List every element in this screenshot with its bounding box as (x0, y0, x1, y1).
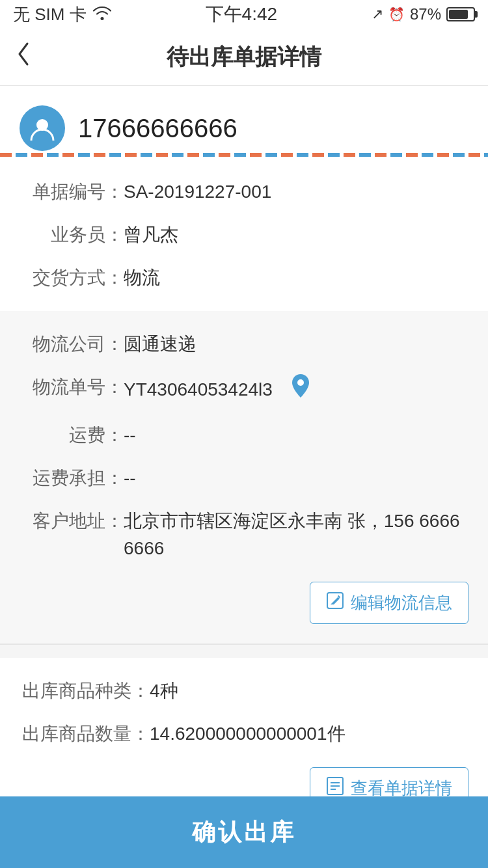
battery-percent: 87% (410, 5, 441, 23)
battery-icon (446, 7, 475, 21)
document-no-value: SA-20191227-001 (124, 178, 468, 206)
nav-bar: 待出库单据详情 (0, 29, 488, 86)
edit-btn-container: 编辑物流信息 (20, 582, 468, 624)
edit-logistics-label: 编辑物流信息 (351, 591, 452, 614)
svg-point-1 (297, 379, 304, 386)
document-no-label: 单据编号： (20, 178, 124, 206)
back-button[interactable] (16, 41, 31, 73)
delivery-method-label: 交货方式： (20, 264, 124, 292)
salesman-row: 业务员： 曾凡杰 (20, 221, 468, 249)
freight-bearer-row: 运费承担： -- (20, 465, 468, 492)
logistics-company-row: 物流公司： 圆通速递 (20, 331, 468, 358)
confirm-button-label: 确认出库 (192, 817, 296, 848)
avatar (20, 105, 65, 151)
tracking-value: YT43064053424l3 (124, 373, 468, 406)
user-card: 17666666666 (0, 86, 488, 151)
delivery-method-value: 物流 (124, 264, 468, 292)
alarm-icon: ⏰ (388, 7, 405, 22)
logistics-company-label: 物流公司： (20, 331, 124, 358)
tracking-row: 物流单号： YT43064053424l3 (20, 373, 468, 406)
freight-row: 运费： -- (20, 422, 468, 449)
document-no-row: 单据编号： SA-20191227-001 (20, 178, 468, 206)
confirm-button[interactable]: 确认出库 (0, 796, 488, 868)
user-phone: 17666666666 (78, 114, 237, 143)
address-value: 北京市市辖区海淀区永丰南 张，156 6666 6666 (124, 508, 468, 562)
logistics-card: 物流公司： 圆通速递 物流单号： YT43064053424l3 运费： -- … (0, 311, 488, 644)
tracking-number: YT43064053424l3 (124, 376, 273, 403)
product-types-label: 出库商品种类： (20, 677, 150, 705)
location-map-icon[interactable] (290, 373, 312, 406)
product-qty-row: 出库商品数量： 14.620000000000001件 (20, 720, 468, 748)
dashed-divider (0, 151, 488, 159)
status-bar: 无 SIM 卡 下午4:42 ↗ ⏰ 87% (0, 0, 488, 29)
location-icon: ↗ (372, 6, 383, 23)
salesman-label: 业务员： (20, 221, 124, 249)
status-left: 无 SIM 卡 (13, 3, 111, 26)
tracking-label: 物流单号： (20, 373, 124, 401)
freight-label: 运费： (20, 422, 124, 449)
freight-bearer-value: -- (124, 465, 468, 492)
address-label: 客户地址： (20, 508, 124, 535)
product-types-row: 出库商品种类： 4种 (20, 677, 468, 705)
product-qty-label: 出库商品数量： (20, 720, 150, 748)
basic-info-section: 单据编号： SA-20191227-001 业务员： 曾凡杰 交货方式： 物流 (0, 159, 488, 311)
edit-logistics-button[interactable]: 编辑物流信息 (310, 582, 468, 624)
product-types-value: 4种 (150, 677, 468, 705)
carrier-text: 无 SIM 卡 (13, 3, 87, 26)
wifi-icon (93, 5, 111, 25)
page-title: 待出库单据详情 (167, 42, 321, 72)
logistics-company-value: 圆通速递 (124, 331, 468, 358)
section-separator (0, 644, 488, 645)
edit-icon (326, 591, 344, 614)
content-area: 17666666666 单据编号： SA-20191227-001 业务员： 曾… (0, 86, 488, 868)
salesman-value: 曾凡杰 (124, 221, 468, 249)
freight-value: -- (124, 422, 468, 449)
address-row: 客户地址： 北京市市辖区海淀区永丰南 张，156 6666 6666 (20, 508, 468, 562)
time-display: 下午4:42 (206, 2, 278, 27)
delivery-method-row: 交货方式： 物流 (20, 264, 468, 292)
status-right: ↗ ⏰ 87% (372, 5, 475, 23)
freight-bearer-label: 运费承担： (20, 465, 124, 492)
product-qty-value: 14.620000000000001件 (150, 720, 468, 748)
